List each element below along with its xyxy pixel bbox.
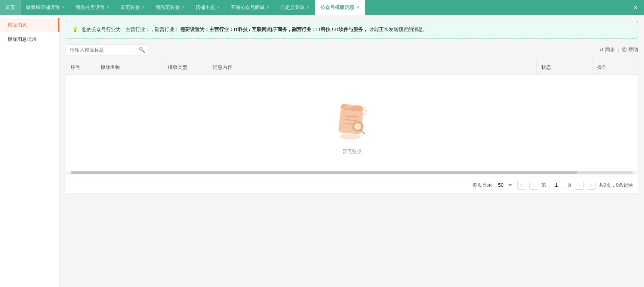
tab-menu-label: 自定义菜单 [280,4,305,11]
help-label: 帮助 [628,46,638,53]
th-type: 模版类型 [163,60,208,74]
tab-product-label: 商品页装修 [155,4,180,11]
tab-mall[interactable]: 开通公众号商城 × [225,0,275,15]
tab-theme-label: 店铺主题 [195,4,215,11]
th-action: 操作 [593,60,638,74]
tab-homepage-close[interactable]: × [142,5,145,10]
search-bar: 🔍 ↺ 同步 | ⓪ 帮助 [66,45,638,55]
main-content: 💡 您的公众号行业为：主营行业：，副营行业： 需要设置为：主营行业：IT科技 /… [60,15,644,287]
help-button[interactable]: ⓪ 帮助 [622,46,638,53]
notice-box: 💡 您的公众号行业为：主营行业：，副营行业： 需要设置为：主营行业：IT科技 /… [66,21,638,39]
bulb-icon: 💡 [72,27,78,32]
tab-homepage-label: 首页装修 [120,4,140,11]
sync-button[interactable]: ↺ 同步 [600,46,615,53]
tab-category-close[interactable]: × [107,5,110,10]
th-index: 序号 [66,60,96,74]
first-page-button[interactable]: ⊲ [517,181,526,190]
tab-home[interactable]: 首页 [0,0,21,15]
notice-suffix: 才能正常发送预置的消息。 [369,27,428,32]
scrollbar-track [71,171,633,174]
search-right: ↺ 同步 | ⓪ 帮助 [600,46,638,53]
tab-product-close[interactable]: × [182,5,185,10]
data-table: 序号 模版名称 模版类型 消息内容 状态 操作 [66,60,638,194]
help-icon: ⓪ [622,46,627,53]
notice-prefix: 您的公众号行业为：主营行业：，副营行业： [82,27,179,32]
svg-line-8 [363,107,366,109]
th-content: 消息内容 [208,60,537,74]
current-page-input[interactable] [549,181,564,189]
sync-icon: ↺ [600,47,604,53]
th-status: 状态 [537,60,593,74]
tab-home-label: 首页 [5,4,15,11]
empty-state: 暂无数据 [66,75,638,170]
sidebar-item-template-log-label: 模版消息记录 [7,36,37,42]
search-input-wrap: 🔍 [66,45,148,55]
svg-line-10 [363,113,366,115]
sync-label: 同步 [605,46,615,53]
empty-illustration [330,97,375,142]
tab-weshop-label: 微商城店铺设置 [26,4,60,11]
svg-point-0 [340,134,361,140]
tab-theme[interactable]: 店铺主题 × [190,0,225,15]
search-left: 🔍 [66,45,148,55]
notice-highlight: 需要设置为：主营行业：IT科技 / 互联网|电子商务，副营行业：IT科技 / I… [180,27,368,32]
page-unit-label: 页 [567,182,572,189]
tab-template-label: 公众号模版消息 [320,4,354,11]
tab-category-label: 商品分类设置 [76,4,105,11]
tab-homepage[interactable]: 首页装修 × [115,0,150,15]
sidebar-item-template-msg[interactable]: 模版消息 [0,18,59,32]
tab-mall-close[interactable]: × [267,5,269,10]
tab-template-close[interactable]: × [357,5,359,10]
sidebar-item-template-msg-label: 模版消息 [7,22,27,28]
tab-menu-close[interactable]: × [307,5,309,10]
tab-mall-label: 开通公众号商城 [231,4,265,11]
search-input[interactable] [66,45,148,55]
th-name: 模版名称 [96,60,163,74]
sidebar: 模版消息 模版消息记录 [0,15,60,287]
next-page-button[interactable]: › [575,181,584,190]
page-size-select[interactable]: 10 20 50 100 [495,181,514,189]
horizontal-scrollbar[interactable] [66,171,638,175]
sidebar-item-template-log[interactable]: 模版消息记录 [0,32,59,46]
scrollbar-thumb[interactable] [71,171,577,174]
table-header: 序号 模版名称 模版类型 消息内容 状态 操作 [66,60,638,75]
tab-menu[interactable]: 自定义菜单 × [275,0,315,15]
pagination: 每页显示 10 20 50 100 ⊲ ‹ 第 页 › ⊳ 共0页，0条记录 [66,177,638,193]
page-size-label: 每页显示 [472,182,492,189]
tab-weshop-close[interactable]: × [62,5,65,10]
main-layout: 模版消息 模版消息记录 💡 您的公众号行业为：主营行业：，副营行业： 需要设置为… [0,15,644,287]
tab-bar: 首页 微商城店铺设置 × 商品分类设置 × 首页装修 × 商品页装修 × 店铺主… [0,0,644,15]
prev-page-button[interactable]: ‹ [529,181,538,190]
tab-category[interactable]: 商品分类设置 × [70,0,115,15]
tab-weshop[interactable]: 微商城店铺设置 × [21,0,70,15]
last-page-button[interactable]: ⊳ [587,181,596,190]
total-label: 共0页，0条记录 [599,182,633,189]
tab-template[interactable]: 公众号模版消息 × [315,0,365,15]
global-close-button[interactable]: ✕ [627,4,644,11]
page-word-label: 第 [541,182,546,189]
divider: | [618,47,619,53]
tab-product[interactable]: 商品页装修 × [150,0,190,15]
search-icon[interactable]: 🔍 [139,47,145,53]
tab-theme-close[interactable]: × [217,5,220,10]
empty-text: 暂无数据 [342,148,362,155]
